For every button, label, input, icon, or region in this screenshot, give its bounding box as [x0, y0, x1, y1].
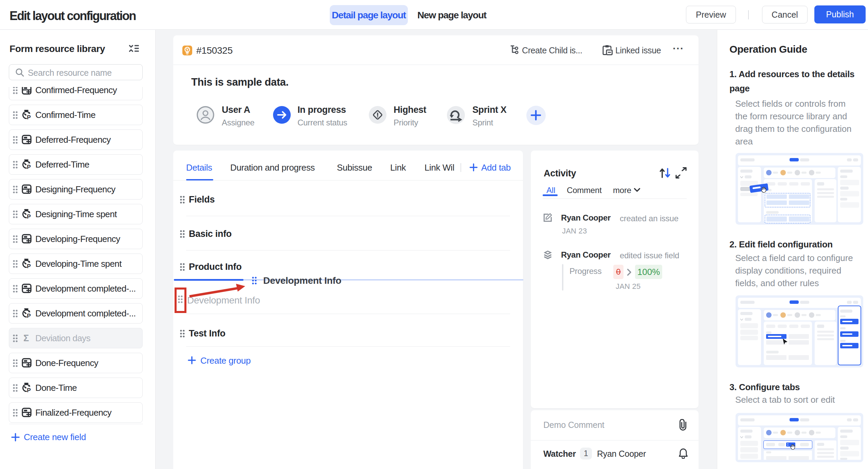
svg-text:P: P: [27, 263, 31, 269]
svg-text:P: P: [27, 213, 31, 220]
svg-text:P: P: [27, 164, 31, 170]
svg-text:P: P: [27, 387, 31, 393]
svg-text:P: P: [27, 313, 31, 319]
svg-text:P: P: [27, 114, 31, 120]
